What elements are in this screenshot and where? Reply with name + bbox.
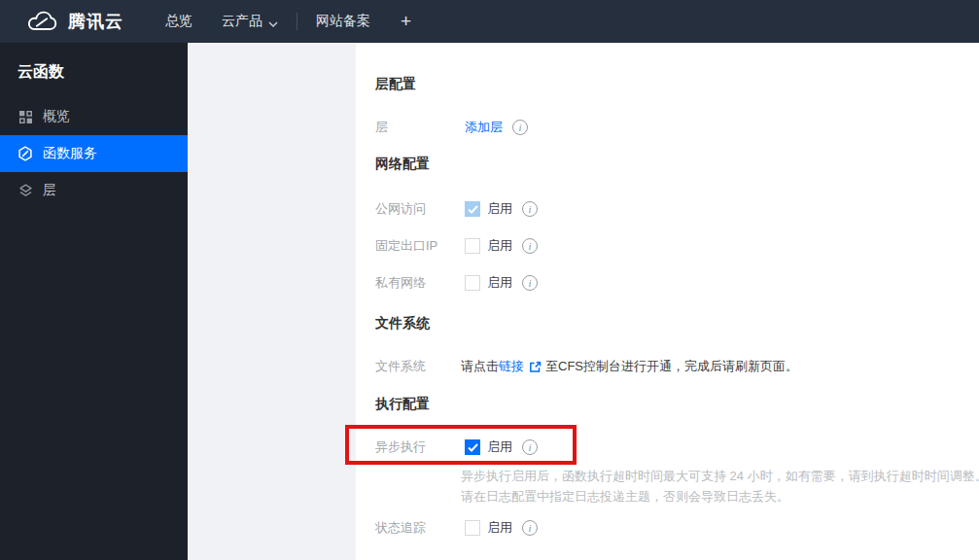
status-tracing-row: 状态追踪 启用 i — [375, 519, 538, 537]
filesystem-text-before: 请点击 — [461, 358, 499, 375]
sidebar-item-function-service[interactable]: 函数服务 — [0, 135, 188, 172]
sidebar: 云函数 概览 函数服务 — [0, 43, 188, 560]
fixed-ip-enable-label: 启用 — [487, 237, 512, 255]
nav-divider — [297, 13, 297, 30]
add-tab-button[interactable]: + — [385, 11, 427, 32]
status-tracing-enable-label: 启用 — [487, 519, 512, 537]
filesystem-label: 文件系统 — [375, 358, 465, 375]
info-icon[interactable]: i — [522, 238, 538, 254]
async-execution-row: 异步执行 启用 i — [375, 438, 538, 456]
external-link-icon[interactable] — [529, 361, 542, 373]
vpc-enable-label: 启用 — [487, 274, 512, 292]
secondary-panel — [188, 43, 356, 560]
layer-row-label: 层 — [375, 119, 465, 136]
sidebar-item-label: 概览 — [43, 108, 70, 125]
info-icon[interactable]: i — [522, 275, 538, 291]
info-icon[interactable]: i — [512, 120, 528, 135]
section-heading-layer-config: 层配置 — [375, 76, 416, 91]
async-execution-helper-text: 异步执行启用后，函数执行超时时间最大可支持 24 小时，如有需要，请到执行超时时… — [461, 466, 979, 507]
function-service-icon — [17, 146, 33, 161]
public-access-checkbox — [465, 201, 480, 217]
nav-website-record[interactable]: 网站备案 — [301, 0, 385, 43]
chevron-down-icon — [268, 15, 278, 30]
layers-icon — [17, 183, 33, 198]
sidebar-item-layers[interactable]: 层 — [0, 172, 188, 209]
info-icon[interactable]: i — [522, 520, 538, 536]
status-tracing-label: 状态追踪 — [375, 519, 465, 537]
async-execution-checkbox[interactable] — [465, 439, 480, 455]
section-heading-execution-config: 执行配置 — [375, 396, 430, 411]
top-navigation: 总览 云产品 网站备案 + — [151, 0, 427, 43]
sidebar-menu: 概览 函数服务 层 — [0, 98, 188, 209]
async-helper-line1: 异步执行启用后，函数执行超时时间最大可支持 24 小时，如有需要，请到执行超时时… — [461, 466, 979, 486]
public-access-row: 公网访问 启用 i — [375, 200, 538, 218]
tencent-cloud-logo-icon[interactable] — [25, 10, 58, 34]
sidebar-item-label: 函数服务 — [43, 145, 97, 162]
vpc-label: 私有网络 — [375, 274, 465, 292]
add-layer-link[interactable]: 添加层 — [465, 119, 503, 136]
sidebar-title: 云函数 — [0, 43, 188, 83]
vpc-row: 私有网络 启用 i — [375, 274, 538, 292]
vpc-checkbox[interactable] — [465, 275, 480, 291]
layer-row: 层 添加层 i — [375, 119, 528, 136]
filesystem-text-after: 至CFS控制台进行开通，完成后请刷新页面。 — [545, 358, 798, 375]
section-heading-network-config: 网络配置 — [375, 156, 430, 171]
grid-icon — [17, 109, 33, 124]
nav-cloud-products[interactable]: 云产品 — [207, 0, 293, 43]
nav-overview[interactable]: 总览 — [151, 0, 207, 43]
top-navbar: 腾讯云 总览 云产品 网站备案 + — [0, 0, 979, 43]
brand-name[interactable]: 腾讯云 — [68, 10, 123, 33]
filesystem-row: 文件系统 请点击 链接 至CFS控制台进行开通，完成后请刷新页面。 — [375, 358, 798, 375]
cfs-link[interactable]: 链接 — [499, 358, 524, 375]
async-execution-enable-label: 启用 — [487, 438, 512, 456]
fixed-ip-label: 固定出口IP — [375, 237, 465, 255]
sidebar-item-overview[interactable]: 概览 — [0, 98, 188, 135]
async-helper-line2: 请在日志配置中指定日志投递主题，否则会导致日志丢失。 — [461, 486, 979, 507]
sidebar-item-label: 层 — [43, 182, 56, 199]
info-icon[interactable]: i — [522, 201, 538, 217]
fixed-ip-row: 固定出口IP 启用 i — [375, 237, 538, 255]
status-tracing-checkbox[interactable] — [465, 520, 480, 536]
public-access-label: 公网访问 — [375, 200, 465, 218]
fixed-ip-checkbox[interactable] — [465, 238, 480, 254]
info-icon[interactable]: i — [522, 439, 538, 455]
section-heading-filesystem: 文件系统 — [375, 315, 430, 331]
async-execution-label: 异步执行 — [375, 438, 465, 456]
public-access-enable-label: 启用 — [487, 200, 512, 218]
function-config-panel: 层配置 层 添加层 i 网络配置 公网访问 启用 i 固定出口IP 启用 i 私… — [356, 43, 979, 560]
nav-cloud-products-label: 云产品 — [222, 13, 262, 30]
